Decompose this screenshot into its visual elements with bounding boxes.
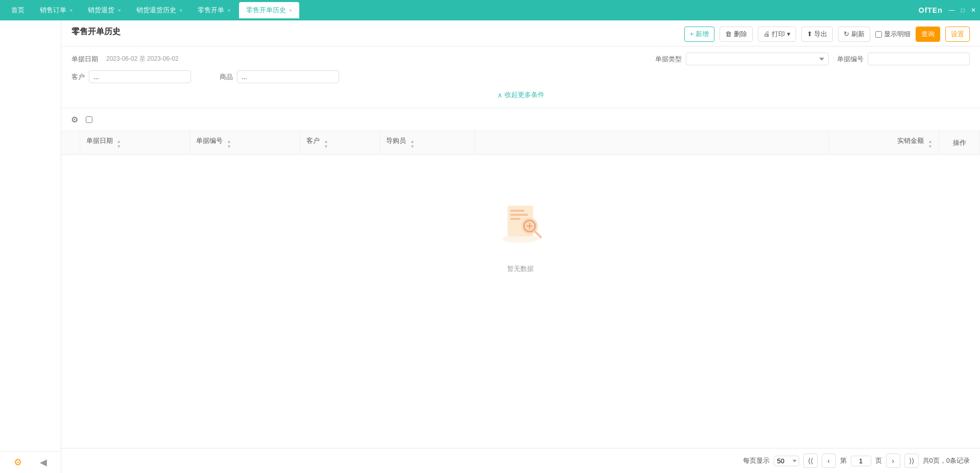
th-amount[interactable]: 实销金额 ▲▼ [828,131,939,155]
filter-customer-input[interactable] [89,70,191,83]
nav-tab-retail-open[interactable]: 零售开单× [190,2,237,18]
tab-close-retail-open[interactable]: × [227,7,230,13]
tab-close-sales-return[interactable]: × [117,7,121,13]
filter-customer-label: 客户 [71,72,85,82]
table-body: 暂无数据 [61,155,980,315]
th-spacer [475,131,829,155]
window-close[interactable]: ✕ [971,7,976,14]
window-maximize[interactable]: □ [961,7,965,14]
per-page-label: 每页显示 [743,456,770,465]
filter-date-label: 单据日期 [71,55,98,64]
nav-tab-sales-return[interactable]: 销货退货× [81,2,128,18]
toolbar: + 新增 🗑 删除 🖨 打印 ▾ ⬆ 导出 ↻ 刷新 显示明细 查询 设置 [684,27,970,46]
filter-product-item: 商品 [220,70,339,83]
table-header-row: 单据日期 ▲▼ 单据编号 ▲▼ 客户 ▲▼ 导购员 [61,131,980,155]
th-salesperson[interactable]: 导购员 ▲▼ [380,131,475,155]
page-title: 零售开单历史 [71,27,121,43]
filter-type-label: 单据类型 [655,55,682,64]
svg-rect-2 [510,210,524,212]
filter-number-input[interactable] [868,53,970,65]
tab-close-sales-return-history[interactable]: × [179,7,182,13]
query-button[interactable]: 查询 [916,27,940,42]
nav-tab-sales-return-history[interactable]: 销货退货历史× [129,2,189,18]
nav-tab-retail-history[interactable]: 零售开单历史× [239,2,299,18]
tab-label-sales-return: 销货退货 [88,6,114,15]
filter-number-item: 单据编号 [837,53,970,65]
export-button[interactable]: ⬆ 导出 [801,27,833,42]
sort-icon-number: ▲▼ [227,139,231,149]
brand-name: OfTEn [919,6,943,14]
filter-row-2: 客户 商品 [71,70,970,83]
data-table: 单据日期 ▲▼ 单据编号 ▲▼ 客户 ▲▼ 导购员 [61,131,980,314]
tab-label-sales-order: 销售订单 [40,6,66,15]
nav-tab-sales-order[interactable]: 销售订单× [33,2,80,18]
empty-row: 暂无数据 [61,155,980,315]
tab-label-home: 首页 [11,6,25,15]
tab-label-retail-history: 零售开单历史 [246,6,286,15]
window-minimize[interactable]: — [949,7,955,14]
table-area: ⚙ 单据日期 ▲▼ 单据编号 ▲▼ [61,108,980,448]
pagination: 每页显示 50 20 100 200 ⟨⟨ ‹ 第 页 › ⟩⟩ 共0页，0条记… [61,448,980,473]
collapse-label: 收起更多条件 [505,90,544,99]
sort-icon-salesperson: ▲▼ [410,139,415,149]
top-nav-bar: 首页销售订单×销货退货×销货退货历史×零售开单×零售开单历史× OfTEn — … [0,0,980,20]
th-date[interactable]: 单据日期 ▲▼ [80,131,190,155]
tab-label-sales-return-history: 销货退货历史 [136,6,176,15]
filter-customer-item: 客户 [71,70,191,83]
th-customer-label: 客户 [306,137,320,144]
display-detail-checkbox[interactable] [875,31,882,38]
top-nav-right: OfTEn — □ ✕ [919,6,976,14]
filter-collapse-btn[interactable]: ∧ 收起更多条件 [71,88,970,102]
prev-page-btn[interactable]: ‹ [822,454,836,468]
refresh-button[interactable]: ↻ 刷新 [838,27,870,42]
tab-close-sales-order[interactable]: × [69,7,73,13]
filter-type-item: 单据类型 [655,53,829,65]
display-detail-label[interactable]: 显示明细 [875,30,911,39]
main-layout: ⚙ ◀ 零售开单历史 + 新增 🗑 删除 🖨 打印 ▾ ⬆ 导出 ↻ 刷新 显示… [0,20,980,473]
th-ops: 操作 [939,131,980,155]
filter-settings-button[interactable]: 设置 [945,27,970,42]
filter-number-label: 单据编号 [837,55,864,64]
page-label-after: 页 [875,456,882,465]
select-all-checkbox[interactable] [86,116,92,123]
add-button[interactable]: + 新增 [684,27,714,42]
filter-date-range: 2023-06-02 至 2023-06-02 [106,55,178,63]
filter-product-input[interactable] [237,70,339,83]
empty-cell: 暂无数据 [61,155,980,315]
svg-rect-4 [510,218,520,220]
nav-tabs: 首页销售订单×销货退货×销货退货历史×零售开单×零售开单历史× [4,2,919,18]
print-button[interactable]: 🖨 打印 ▾ [758,27,796,42]
last-page-btn[interactable]: ⟩⟩ [904,454,919,468]
settings-icon[interactable]: ⚙ [14,457,22,468]
sidebar-items-container [0,20,61,451]
filter-product-label: 商品 [220,72,233,82]
filter-date-item: 单据日期 2023-06-02 至 2023-06-02 [71,55,178,64]
tab-close-retail-history[interactable]: × [289,7,292,13]
per-page-select[interactable]: 50 20 100 200 [774,456,799,466]
page-input[interactable] [851,456,871,466]
th-customer[interactable]: 客户 ▲▼ [300,131,380,155]
column-settings-btn[interactable]: ⚙ [67,112,82,127]
delete-button[interactable]: 🗑 删除 [720,27,753,42]
th-number-label: 单据编号 [196,137,223,144]
empty-svg [495,195,546,246]
th-salesperson-label: 导购员 [386,137,406,144]
next-page-btn[interactable]: › [886,454,900,468]
collapse-icon: ∧ [497,91,503,99]
filter-row-1: 单据日期 2023-06-02 至 2023-06-02 单据类型 单据编号 [71,53,970,65]
filter-area: 单据日期 2023-06-02 至 2023-06-02 单据类型 单据编号 [61,46,980,108]
filter-type-select[interactable] [686,53,829,65]
svg-line-6 [535,232,541,237]
empty-text: 暂无数据 [507,264,534,273]
th-number[interactable]: 单据编号 ▲▼ [190,131,300,155]
collapse-icon[interactable]: ◀ [40,457,47,468]
th-checkbox [61,131,80,155]
sort-icon-customer: ▲▼ [324,139,328,149]
first-page-btn[interactable]: ⟨⟨ [803,454,818,468]
total-info: 共0页，0条记录 [923,456,970,465]
th-ops-label: 操作 [953,139,966,146]
empty-state: 暂无数据 [61,155,980,314]
th-date-label: 单据日期 [86,137,113,144]
nav-tab-home[interactable]: 首页 [4,2,32,18]
display-detail-text: 显示明细 [884,30,911,39]
